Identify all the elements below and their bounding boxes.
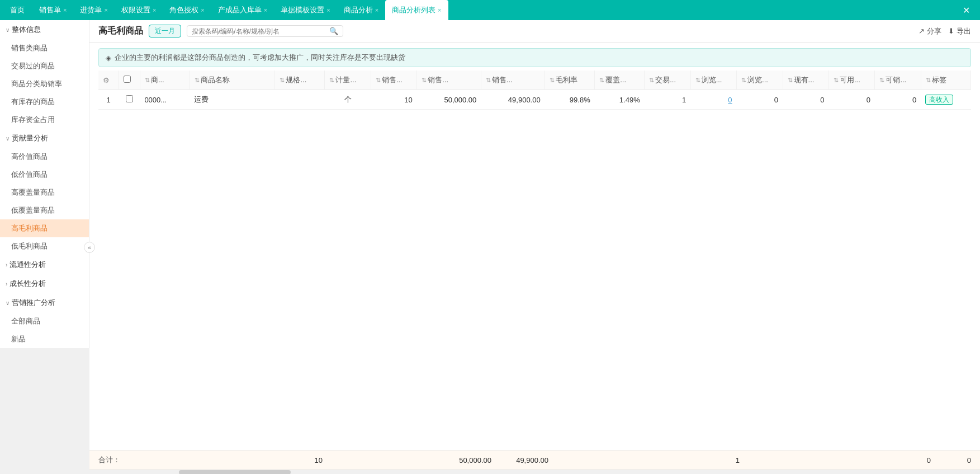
column-12[interactable]: ⇅现有... [783,71,828,90]
group-arrow-icon: ∨ [6,27,10,33]
tab-close-btn[interactable]: × [375,7,378,13]
browse1-link[interactable]: 0 [728,96,732,104]
group-label: 贡献量分析 [12,133,48,143]
column-4[interactable]: ⇅销售... [371,71,416,90]
group-label: 营销推广分析 [12,298,55,308]
sidebar-item-全部商品[interactable]: 全部商品 [0,312,89,330]
info-icon: ◈ [106,54,111,62]
sidebar-item-有库存的商品[interactable]: 有库存的商品 [0,93,89,111]
sort-icon-5: ⇅ [422,77,427,83]
column-7[interactable]: ⇅毛利率 [545,71,595,90]
cell-0-11: 1 [645,90,690,110]
row-checkbox-0[interactable] [126,95,133,102]
sidebar: ∨整体信息销售类商品交易过的商品商品分类助销率有库存的商品库存资金占用∨贡献量分… [0,20,89,348]
group-label: 流通性分析 [10,260,46,270]
sidebar-item-新品[interactable]: 新品 [0,330,89,348]
sort-icon-14: ⇅ [879,77,884,83]
select-all-checkbox[interactable] [124,76,131,83]
filter-recent-month-btn[interactable]: 近一月 [149,25,181,37]
main-layout: ∨整体信息销售类商品交易过的商品商品分类助销率有库存的商品库存资金占用∨贡献量分… [0,20,980,474]
search-input[interactable] [192,27,329,35]
nav-tab-商品分析列表[interactable]: 商品分析列表 × [385,0,448,20]
column-10[interactable]: ⇅浏览... [690,71,736,90]
sidebar-item-库存资金占用[interactable]: 库存资金占用 [0,111,89,129]
sidebar-item-低价值商品[interactable]: 低价值商品 [0,166,89,184]
cell-0-10: 1.49% [595,90,645,110]
column-11[interactable]: ⇅浏览... [737,71,783,90]
column-1[interactable]: ⇅商品名称 [190,71,275,90]
sidebar-group-营销推广分析[interactable]: ∨营销推广分析 [0,293,89,312]
close-window-btn[interactable]: ✕ [959,5,973,16]
nav-tab-进货单[interactable]: 进货单 × [73,0,114,20]
footer-trades: 1 [706,456,740,464]
sidebar-item-低覆盖量商品[interactable]: 低覆盖量商品 [0,201,89,219]
sidebar-group-流通性分析[interactable]: ›流通性分析 [0,255,89,274]
nav-tab-产成品入库单[interactable]: 产成品入库单 × [211,0,274,20]
sort-icon-12: ⇅ [788,77,793,83]
select-all-column[interactable] [119,71,140,90]
sidebar-item-商品分类助销率[interactable]: 商品分类助销率 [0,75,89,93]
sidebar-item-高价值商品[interactable]: 高价值商品 [0,148,89,166]
nav-tab-销售单[interactable]: 销售单 × [32,0,73,20]
share-icon: ↗ [919,27,925,35]
nav-tab-角色授权[interactable]: 角色授权 × [163,0,211,20]
sidebar-collapse-btn[interactable]: « [84,242,95,253]
top-nav: 首页销售单 ×进货单 ×权限设置 ×角色授权 ×产成品入库单 ×单据模板设置 ×… [0,0,980,20]
tab-close-btn[interactable]: × [438,7,441,13]
window-controls: ✕ [959,5,978,16]
search-icon[interactable]: 🔍 [329,27,338,35]
sidebar-item-高覆盖量商品[interactable]: 高覆盖量商品 [0,184,89,201]
page-title: 高毛利商品 [98,25,143,37]
column-13[interactable]: ⇅可用... [828,71,874,90]
sidebar-group-整体信息[interactable]: ∨整体信息 [0,20,89,39]
column-6[interactable]: ⇅销售... [481,71,545,90]
group-label: 成长性分析 [10,279,46,289]
sidebar-group-成长性分析[interactable]: ›成长性分析 [0,274,89,293]
tab-close-btn[interactable]: × [326,7,330,13]
gear-icon[interactable]: ⚙ [103,76,110,85]
cell-0-13: 0 [737,90,783,110]
sidebar-item-交易过的商品[interactable]: 交易过的商品 [0,57,89,75]
nav-tab-单据模板设置[interactable]: 单据模板设置 × [274,0,337,20]
cell-0-7: 50,000.00 [417,90,481,110]
column-9[interactable]: ⇅交易... [645,71,690,90]
cell-0-17: 高收入 [921,90,970,110]
tab-close-btn[interactable]: × [201,7,204,13]
footer-sales1: 10 [278,456,323,464]
table-head: ⚙⇅商...⇅商品名称⇅规格...⇅计量...⇅销售...⇅销售...⇅销售..… [98,71,971,90]
cell-0-15: 0 [828,90,874,110]
sort-icon-6: ⇅ [486,77,491,83]
sidebar-item-高毛利商品[interactable]: 高毛利商品 [0,219,89,237]
tab-close-btn[interactable]: × [264,7,267,13]
export-icon: ⬇ [948,27,954,35]
column-2[interactable]: ⇅规格... [275,71,325,90]
tab-close-btn[interactable]: × [63,7,67,13]
column-15[interactable]: ⇅标签 [921,71,970,90]
cell-0-2: 0000... [140,90,190,110]
nav-tab-商品分析[interactable]: 商品分析 × [337,0,385,20]
tag-badge: 高收入 [925,95,953,105]
column-14[interactable]: ⇅可销... [875,71,921,90]
export-btn[interactable]: ⬇ 导出 [948,26,971,36]
tab-close-btn[interactable]: × [153,7,156,13]
cell-0-12: 0 [690,90,736,110]
group-label: 整体信息 [12,25,41,35]
share-btn[interactable]: ↗ 分享 [919,26,941,36]
column-settings[interactable]: ⚙ [98,71,119,90]
data-table: ⚙⇅商...⇅商品名称⇅规格...⇅计量...⇅销售...⇅销售...⇅销售..… [98,71,971,110]
column-3[interactable]: ⇅计量... [325,71,371,90]
sidebar-group-贡献量分析[interactable]: ∨贡献量分析 [0,129,89,148]
sidebar-item-销售类商品[interactable]: 销售类商品 [0,39,89,57]
column-8[interactable]: ⇅覆盖... [595,71,645,90]
tab-close-btn[interactable]: × [104,7,107,13]
nav-tab-首页[interactable]: 首页 [2,0,32,20]
footer-sales3: 49,900.00 [498,456,548,464]
column-0[interactable]: ⇅商... [140,71,190,90]
nav-tab-权限设置[interactable]: 权限设置 × [115,0,163,20]
sidebar-item-低毛利商品[interactable]: 低毛利商品 [0,237,89,255]
column-5[interactable]: ⇅销售... [417,71,481,90]
cell-0-9: 99.8% [545,90,595,110]
scrollbar-thumb[interactable] [179,470,291,474]
info-text: 企业的主要的利润都是这部分商品创造的，可考虑加大推广，同时关注库存是不要出现缺货 [115,53,405,63]
horizontal-scrollbar[interactable] [89,470,980,474]
